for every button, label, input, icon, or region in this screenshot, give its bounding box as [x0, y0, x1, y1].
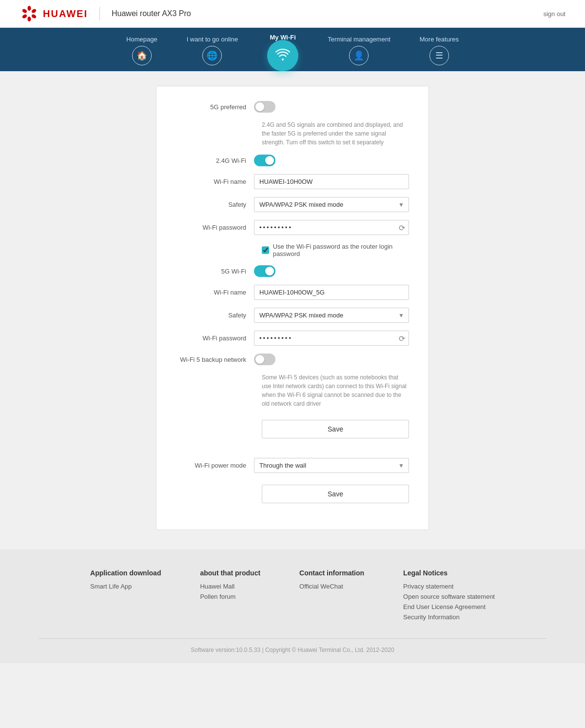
wifi-power-mode-select[interactable]: Through the wall Standard Energy saving [254, 458, 409, 473]
toggle-wifi-5g-label[interactable] [254, 265, 275, 277]
footer-col-contact: Contact information Official WeChat [299, 569, 364, 624]
toggle-wifi5-backup[interactable] [254, 354, 409, 365]
row-safety-24: Safety WPA/WPA2 PSK mixed mode WPA2 PSK … [176, 197, 409, 212]
huawei-logo: HUAWEI [20, 6, 88, 21]
footer-col-contact-heading: Contact information [299, 569, 364, 577]
label-5g-preferred: 5G preferred [176, 103, 254, 111]
row-wifi-5g: 5G Wi-Fi [176, 265, 409, 277]
label-wifi-5g: 5G Wi-Fi [176, 268, 254, 275]
header-title: Huawei router AX3 Pro [112, 9, 191, 18]
settings-card: 5G preferred 2.4G and 5G signals are com… [156, 86, 429, 530]
hint-5g-preferred: 2.4G and 5G signals are combined and dis… [262, 120, 409, 147]
toggle-wifi5-backup-label[interactable] [254, 354, 275, 365]
label-wifi-name-5g: Wi-Fi name [176, 289, 254, 296]
footer-copyright: Software version:10.0.5.33 | Copyright ©… [39, 638, 546, 653]
nav-label-more: More features [420, 36, 459, 43]
logo-text: HUAWEI [43, 8, 88, 20]
row-safety-5g: Safety WPA/WPA2 PSK mixed mode WPA2 PSK … [176, 308, 409, 323]
footer-col-app-heading: Application download [90, 569, 161, 577]
row-wifi-name-5g: Wi-Fi name [176, 285, 409, 300]
label-wifi-name-24: Wi-Fi name [176, 178, 254, 185]
wifi-name-24-field[interactable] [254, 174, 409, 189]
footer-link-security[interactable]: Security Information [403, 613, 495, 621]
toggle-wifi-5g-slider [254, 265, 275, 277]
row-5g-preferred: 5G preferred [176, 101, 409, 113]
row-wifi-password-24: Wi-Fi password ⟳ [176, 220, 409, 235]
use-as-router-password-label: Use the Wi-Fi password as the router log… [273, 243, 409, 257]
svg-point-4 [21, 14, 27, 19]
toggle-5g-preferred-label[interactable] [254, 101, 275, 113]
footer-link-huawei-mall[interactable]: Huawei Mall [200, 583, 260, 590]
terminal-icon: 👤 [349, 46, 369, 65]
nav-item-homepage[interactable]: Homepage 🏠 [126, 36, 157, 71]
label-wifi-power-mode: Wi-Fi power mode [176, 462, 254, 469]
footer: Application download Smart Life App abou… [0, 550, 585, 663]
footer-link-smart-life[interactable]: Smart Life App [90, 583, 161, 590]
password-24-wrapper: ⟳ [254, 220, 409, 235]
huawei-logo-icon [20, 6, 39, 21]
svg-point-3 [28, 17, 31, 21]
safety-24-select[interactable]: WPA/WPA2 PSK mixed mode WPA2 PSK WPA3 SA… [254, 197, 409, 212]
wifi-password-5g-field[interactable]: ⟳ [254, 331, 409, 346]
wifi-name-5g-field[interactable] [254, 285, 409, 300]
wifi-power-mode-select-wrapper[interactable]: Through the wall Standard Energy saving … [254, 458, 409, 473]
header: HUAWEI Huawei router AX3 Pro sign out [0, 0, 585, 28]
save-button-1[interactable]: Save [262, 420, 409, 438]
label-safety-5g: Safety [176, 312, 254, 319]
main-content: 5G preferred 2.4G and 5G signals are com… [0, 71, 585, 550]
row-wifi5-backup: Wi-Fi 5 backup network [176, 354, 409, 365]
nav-item-go-online[interactable]: I want to go online 🌐 [187, 36, 238, 71]
label-wifi-24: 2.4G Wi-Fi [176, 157, 254, 164]
svg-point-5 [21, 8, 27, 14]
password-24-toggle-icon[interactable]: ⟳ [399, 223, 405, 232]
footer-col-product: about that product Huawei Mall Pollen fo… [200, 569, 260, 624]
toggle-wifi-5g[interactable] [254, 265, 409, 277]
more-icon: ☰ [429, 46, 449, 65]
toggle-wifi-24[interactable] [254, 155, 409, 166]
my-wifi-icon [267, 40, 298, 71]
safety-5g-select-wrapper[interactable]: WPA/WPA2 PSK mixed mode WPA2 PSK WPA3 SA… [254, 308, 409, 323]
row-wifi-power-mode: Wi-Fi power mode Through the wall Standa… [176, 458, 409, 473]
wifi-password-24-field[interactable]: ⟳ [254, 220, 409, 235]
toggle-5g-preferred[interactable] [254, 101, 409, 113]
nav-item-more[interactable]: More features ☰ [420, 36, 459, 71]
wifi-password-5g-input[interactable] [254, 331, 409, 346]
password-5g-toggle-icon[interactable]: ⟳ [399, 334, 405, 343]
footer-columns: Application download Smart Life App abou… [39, 569, 546, 624]
sign-out-button[interactable]: sign out [543, 10, 566, 18]
footer-col-app-download: Application download Smart Life App [90, 569, 161, 624]
power-mode-wrapper: Through the wall Standard Energy saving … [254, 458, 409, 473]
footer-link-pollen-forum[interactable]: Pollen forum [200, 593, 260, 600]
copyright-text: Software version:10.0.5.33 | Copyright ©… [191, 647, 394, 653]
nav-item-terminal[interactable]: Terminal management 👤 [328, 36, 390, 71]
footer-link-open-source[interactable]: Open source software statement [403, 593, 495, 600]
row-wifi-password-5g: Wi-Fi password ⟳ [176, 331, 409, 346]
wifi-password-24-input[interactable] [254, 220, 409, 235]
footer-col-product-heading: about that product [200, 569, 260, 577]
row-use-as-router-password: Use the Wi-Fi password as the router log… [262, 243, 409, 257]
nav-item-my-wifi[interactable]: My Wi-Fi [267, 34, 298, 71]
header-left: HUAWEI Huawei router AX3 Pro [20, 6, 191, 21]
password-5g-wrapper: ⟳ [254, 331, 409, 346]
svg-point-2 [31, 14, 37, 19]
nav-label-homepage: Homepage [126, 36, 157, 43]
label-wifi-password-5g: Wi-Fi password [176, 334, 254, 342]
wifi-name-5g-input[interactable] [254, 285, 409, 300]
label-wifi-password-24: Wi-Fi password [176, 224, 254, 231]
safety-5g-select[interactable]: WPA/WPA2 PSK mixed mode WPA2 PSK WPA3 SA… [254, 308, 409, 323]
footer-link-eula[interactable]: End User License Agreement [403, 603, 495, 610]
save-button-2[interactable]: Save [262, 485, 409, 503]
safety-24-select-wrapper[interactable]: WPA/WPA2 PSK mixed mode WPA2 PSK WPA3 SA… [254, 197, 409, 212]
save-section-1: Save [262, 416, 409, 446]
footer-link-privacy[interactable]: Privacy statement [403, 583, 495, 590]
wifi-name-24-input[interactable] [254, 174, 409, 189]
safety-24-wrapper: WPA/WPA2 PSK mixed mode WPA2 PSK WPA3 SA… [254, 197, 409, 212]
safety-5g-wrapper: WPA/WPA2 PSK mixed mode WPA2 PSK WPA3 SA… [254, 308, 409, 323]
toggle-wifi-24-label[interactable] [254, 155, 275, 166]
toggle-5g-preferred-slider [254, 101, 275, 113]
homepage-icon: 🏠 [132, 46, 152, 65]
go-online-icon: 🌐 [202, 46, 222, 65]
svg-point-0 [28, 6, 31, 11]
footer-link-official-wechat[interactable]: Official WeChat [299, 583, 364, 590]
use-as-router-password-checkbox[interactable] [262, 246, 269, 254]
